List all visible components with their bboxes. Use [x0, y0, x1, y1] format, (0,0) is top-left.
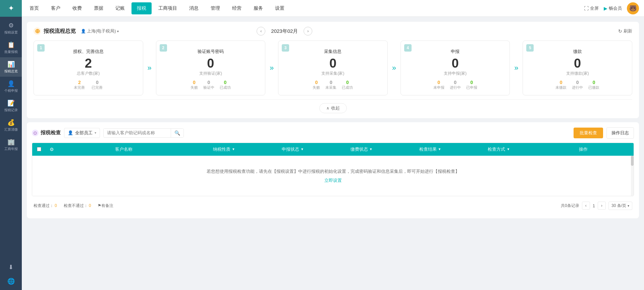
check-fail-num[interactable]: 0 [89, 203, 91, 208]
nav-item-service[interactable]: 服务 [248, 0, 269, 17]
step-4-stat-2: 0 已申报 [466, 80, 477, 90]
step-3-stats: 0 失败 0 未采集 0 已成功 [282, 80, 383, 90]
individual-tax-icon: 👤 [7, 80, 15, 87]
prev-page-button[interactable]: ‹ [582, 202, 590, 210]
batch-check-button[interactable]: 批量检查 [574, 128, 603, 138]
step-2-stats: 0 失败 0 验证中 0 已成功 [160, 80, 261, 90]
nav-item-client[interactable]: 客户 [45, 0, 66, 17]
sidebar-item-annual-report[interactable]: 🏢 工商年报 [0, 135, 22, 154]
staff-icon: 👤 [68, 130, 73, 135]
step-arrow-2: » [265, 64, 278, 72]
sidebar-item-batch-tax[interactable]: 📋 批量报税 [0, 38, 22, 57]
current-page: 1 [593, 203, 595, 208]
step-1-bignum: 2 [38, 57, 139, 71]
sidebar-item-download[interactable]: ⬇ [0, 260, 22, 274]
nav-item-industry[interactable]: 工商项目 [152, 0, 183, 17]
step-4-bignum: 0 [405, 57, 506, 71]
tax-check-section: ⊙ 报税检查 👤 全部员工 ▾ 🔍 批量检查 操作日志 [27, 122, 639, 218]
step-2-number: 2 [160, 44, 167, 52]
pay-status-filter-icon: ▼ [369, 147, 373, 151]
check-result-filter-icon: ▼ [438, 147, 441, 151]
sidebar-item-tax-settings[interactable]: ⚙ 报税设置 [0, 18, 22, 38]
annual-report-icon: 🏢 [7, 138, 15, 146]
nav-item-fee[interactable]: 收费 [66, 0, 88, 17]
staff-filter[interactable]: 👤 全部员工 ▾ [64, 128, 100, 138]
sidebar-item-global[interactable]: 🌐 [0, 274, 22, 288]
step-3-stat-2: 0 已成功 [342, 80, 353, 90]
th-pay-status[interactable]: 缴费状态 ▼ [327, 143, 396, 156]
sidebar-item-tax-record[interactable]: 📝 报税记录 [0, 96, 22, 116]
date-navigation: ‹ 2023年02月 › [257, 27, 312, 35]
nav-right: ⛶ 全屏 ▶ 畅会员 🐻 [584, 2, 644, 14]
nav-item-operate[interactable]: 经营 [226, 0, 248, 17]
step-2-card: 2 验证账号密码 0 支持验证(家) 0 失败 0 验证中 [156, 41, 266, 95]
location-tag[interactable]: 👤 上海(电子税局) ▾ [81, 28, 119, 34]
step-2-stat-2: 0 已成功 [220, 80, 231, 90]
th-tax-nature[interactable]: 纳税性质 ▼ [190, 143, 259, 156]
sidebar: ⚙ 报税设置 📋 批量报税 📊 报税总览 👤 个税申报 📝 报税记录 💰 [0, 17, 22, 290]
table-footer: 检查通过： 0 检查不通过： 0 ⚑有备注 共0条记录 ‹ [32, 198, 634, 213]
tax-record-icon: 📝 [7, 99, 15, 107]
table-body: 若您想使用报税检查功能，请先在【报税设置】中进行报税的初始化设置，完成密码验证和… [32, 156, 634, 196]
fullscreen-button[interactable]: ⛶ 全屏 [584, 5, 599, 11]
nav-item-manage[interactable]: 管理 [205, 0, 226, 17]
check-pass-stat: 检查通过： 0 [34, 203, 57, 209]
th-checkbox[interactable] [32, 144, 46, 155]
empty-text: 若您想使用报税检查功能，请先在【报税设置】中进行报税的初始化设置，完成密码验证和… [207, 167, 460, 176]
th-declare-status[interactable]: 申报状态 ▼ [258, 143, 327, 156]
th-check-result[interactable]: 检查结果 ▼ [396, 143, 465, 156]
step-3-number: 3 [282, 44, 289, 52]
th-settings[interactable]: ⚙ [46, 143, 58, 155]
nav-item-home[interactable]: 首页 [23, 0, 45, 17]
next-page-button[interactable]: › [598, 202, 606, 210]
step-1-stat-0-label: 未完善 [74, 85, 85, 90]
chevron-down-icon: ▾ [117, 29, 119, 33]
th-check-method[interactable]: 检查方式 ▼ [465, 143, 533, 156]
refresh-button[interactable]: ↻ 刷新 [618, 28, 632, 34]
tax-settings-icon: ⚙ [8, 22, 14, 29]
nav-item-tax[interactable]: 报税 [131, 2, 152, 14]
step-5-stat-0: 0 未缴款 [555, 80, 567, 90]
step-5-number: 5 [526, 44, 534, 52]
scrollbar-track[interactable] [631, 156, 634, 196]
scrollbar-thumb[interactable] [631, 156, 634, 166]
select-all-checkbox[interactable] [37, 147, 41, 151]
check-pass-num[interactable]: 0 [55, 203, 57, 208]
step-arrow-4: » [510, 64, 523, 72]
main-content: ⊕ 报税流程总览 👤 上海(电子税局) ▾ ‹ 2023年02月 › ↻ [22, 17, 644, 290]
location-icon: 👤 [81, 29, 86, 33]
step-1-stats: 2 未完善 0 已完善 [38, 80, 139, 90]
download-icon: ⬇ [8, 264, 13, 271]
search-button[interactable]: 🔍 [171, 129, 183, 137]
nav-item-bookkeep[interactable]: 记账 [109, 0, 131, 17]
check-title-icon: ⊙ [32, 130, 39, 136]
collapse-button[interactable]: ∧ 收起 [319, 103, 347, 113]
sidebar-item-tax-overview[interactable]: 📊 报税总览 [0, 57, 22, 77]
op-log-button[interactable]: 操作日志 [606, 127, 634, 139]
next-month-button[interactable]: › [304, 27, 312, 35]
check-method-filter-icon: ▼ [506, 147, 510, 151]
footer-stats: 检查通过： 0 检查不通过： 0 ⚑有备注 [34, 203, 113, 209]
sidebar-item-individual-tax[interactable]: 👤 个税申报 [0, 77, 22, 96]
prev-month-button[interactable]: ‹ [257, 27, 265, 35]
step-4-stat-0: 0 未申报 [433, 80, 444, 90]
nav-item-message[interactable]: 消息 [183, 0, 205, 17]
nav-item-invoice[interactable]: 票据 [88, 0, 109, 17]
pagination: 共0条记录 ‹ 1 › 30 条/页 ▾ [561, 202, 632, 210]
plus-circle-icon: ⊕ [34, 27, 41, 35]
tax-overview-icon: 📊 [7, 61, 15, 68]
member-button[interactable]: ▶ 畅会员 [604, 5, 622, 11]
step-3-bignum: 0 [282, 57, 383, 71]
step-5-card: 5 缴款 0 支持缴款(家) 0 未缴款 0 进行中 [523, 41, 632, 95]
page-size-selector[interactable]: 30 条/页 ▾ [608, 202, 632, 210]
step-2-title: 验证账号密码 [160, 46, 261, 55]
step-5-stats: 0 未缴款 0 进行中 0 已缴款 [527, 80, 628, 90]
nav-item-settings[interactable]: 设置 [269, 0, 290, 17]
search-input[interactable] [104, 129, 171, 137]
setup-link[interactable]: 立即设置 [324, 177, 342, 184]
step-4-sublabel: 支持申报(家) [405, 71, 506, 76]
step-2-bignum: 0 [160, 57, 261, 71]
sidebar-item-settlement[interactable]: 💰 汇算清缴 [0, 116, 22, 135]
avatar[interactable]: 🐻 [627, 2, 639, 14]
step-3-title: 采集信息 [282, 46, 383, 55]
